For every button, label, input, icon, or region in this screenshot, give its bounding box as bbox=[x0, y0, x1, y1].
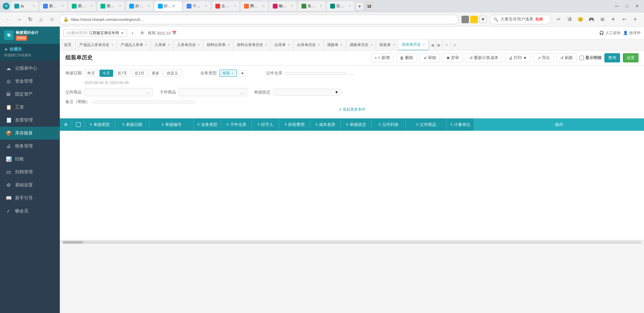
browser-tab-2[interactable]: 新… × bbox=[40, 1, 67, 11]
abandon-button[interactable]: ✖ 弃审 bbox=[443, 53, 463, 62]
sidebar-item-settle[interactable]: 📊 结账 bbox=[0, 153, 60, 166]
tab-mat-out-history[interactable]: 材料出库单历史 × bbox=[233, 40, 271, 51]
sidebar-item-invoice[interactable]: 🧾 发票管理 bbox=[0, 114, 60, 127]
tab-mat-out[interactable]: 材料出库单 × bbox=[203, 40, 233, 51]
scroll-track[interactable] bbox=[63, 241, 641, 244]
sidebar-item-salary[interactable]: 📋 工资 bbox=[0, 101, 60, 114]
tab-close-mat-out[interactable]: × bbox=[228, 43, 230, 47]
tab-close-12[interactable]: × bbox=[349, 4, 351, 8]
customer-service-button[interactable]: 🎧 人工咨询 bbox=[599, 30, 620, 35]
new-tab-button[interactable]: + bbox=[355, 2, 364, 10]
tab-close-mat-out-history[interactable]: × bbox=[265, 43, 267, 47]
tab-close-3[interactable]: × bbox=[90, 4, 92, 8]
child-item-dots[interactable]: ... bbox=[240, 89, 244, 95]
search-bar[interactable]: 🔍 大量安卓用户逃离 热搜 bbox=[489, 15, 551, 24]
display-detail-checkbox[interactable] bbox=[579, 56, 584, 60]
tab-scroll-right[interactable]: ▶ bbox=[435, 40, 442, 51]
sidebar-item-fixed-asset[interactable]: 🏛 固定资产 bbox=[0, 88, 60, 101]
forward-button[interactable]: → bbox=[15, 15, 23, 24]
browser-tab-9[interactable]: 腾… × bbox=[241, 1, 268, 11]
browser-tab-6[interactable]: 个… × bbox=[183, 1, 211, 11]
minimize-button[interactable]: ─ bbox=[613, 2, 621, 10]
last1month-btn[interactable]: 近1月 bbox=[132, 70, 147, 77]
warehouse-input[interactable] bbox=[285, 72, 347, 75]
tab-close-prod-in-history[interactable]: × bbox=[111, 43, 113, 47]
review-button[interactable]: ✔ 审核 bbox=[420, 53, 440, 62]
undo-icon[interactable]: ↩ bbox=[619, 15, 629, 24]
apps-icon[interactable]: ⊞ bbox=[598, 15, 607, 24]
table-col-handler[interactable]: ⇅ 经手人 bbox=[252, 118, 279, 131]
table-col-unit[interactable]: ⇅ 计量单位 bbox=[447, 118, 474, 131]
tab-close-out-history[interactable]: × bbox=[318, 43, 320, 47]
tab-close-2[interactable]: × bbox=[62, 4, 64, 8]
table-col-parent-item[interactable]: ⇅ 父件商品 bbox=[406, 118, 447, 131]
ext-icon-flash[interactable]: ⚡ bbox=[470, 16, 478, 23]
browser-tab-5[interactable]: 好… × bbox=[126, 1, 153, 11]
tab-prod-in-history[interactable]: 产成品入库单历史 × bbox=[76, 40, 117, 51]
url-bar[interactable]: 🔒 https://cloud.chanjet.com/accounting/u… bbox=[59, 15, 459, 24]
browser-tab-11[interactable]: 各… × bbox=[298, 1, 325, 11]
tab-menu-more[interactable]: ≡ bbox=[451, 40, 459, 51]
settings-page-button[interactable]: 设置 bbox=[623, 53, 639, 62]
query-button[interactable]: 查询 bbox=[604, 53, 620, 62]
sidebar-item-member[interactable]: ✓ 畅会员 bbox=[0, 204, 60, 217]
browser-tab-4[interactable]: 易… × bbox=[97, 1, 124, 11]
tab-close-4[interactable]: × bbox=[119, 4, 121, 8]
tab-close-7[interactable]: × bbox=[234, 4, 236, 8]
table-col-bill-no[interactable]: ⇅ 单据编号 bbox=[149, 118, 194, 131]
refresh-page-button[interactable]: ↺ 刷新 bbox=[556, 53, 577, 62]
scissors-icon[interactable]: ✂ bbox=[554, 15, 563, 24]
tab-close-11[interactable]: × bbox=[320, 4, 322, 8]
brightness-icon[interactable]: ☀ bbox=[608, 15, 618, 24]
tab-count-badge[interactable]: 12 bbox=[365, 2, 373, 10]
sidebar-item-tax[interactable]: 🖨 税务管理 bbox=[0, 140, 60, 153]
tab-assemble[interactable]: 调拨单 × bbox=[324, 40, 346, 51]
tab-close-in-history[interactable]: × bbox=[198, 43, 200, 47]
table-col-bill-type[interactable]: ⇅ 单据类型 bbox=[84, 118, 115, 131]
translate-icon[interactable]: 译 bbox=[565, 15, 574, 24]
scroll-thumb[interactable] bbox=[63, 241, 83, 244]
calendar-icon[interactable]: 📅 bbox=[172, 31, 177, 35]
bookmark-button[interactable]: ☆ bbox=[48, 15, 56, 24]
recalc-button[interactable]: ↺ 重新计算成本 bbox=[466, 53, 502, 62]
table-col-disassemble-fee[interactable]: ⇅ 拆装费用 bbox=[279, 118, 310, 131]
tab-close-assemble-history[interactable]: × bbox=[371, 43, 373, 47]
child-item-input[interactable]: ... bbox=[179, 88, 247, 96]
browser-tab-7[interactable]: 企… × bbox=[212, 1, 239, 11]
parent-item-dots[interactable]: ... bbox=[146, 89, 150, 95]
warehouse-dots-button[interactable]: ... bbox=[350, 71, 354, 76]
table-col-cost-diff[interactable]: ⇅ 成本差异 bbox=[310, 118, 341, 131]
browser-tab-8[interactable]: 好… × bbox=[155, 1, 182, 11]
user-avatar[interactable]: 👤 徐泽华 bbox=[623, 30, 641, 35]
new-button[interactable]: + + 新增 bbox=[371, 53, 393, 62]
biz-type-remove[interactable]: × bbox=[231, 71, 233, 75]
tab-close-all[interactable]: × bbox=[442, 40, 451, 51]
tab-out[interactable]: 出库单 × bbox=[271, 40, 294, 51]
display-detail-toggle[interactable]: 显示明细 bbox=[579, 55, 602, 61]
tab-close-10[interactable]: × bbox=[291, 4, 293, 8]
export-button[interactable]: ↗ 导出 bbox=[534, 53, 554, 62]
home-button[interactable]: ⌂ bbox=[37, 15, 45, 24]
tab-close-6[interactable]: × bbox=[205, 4, 207, 8]
print-button[interactable]: 🖨 打印 ▼ bbox=[505, 53, 531, 62]
more-btn[interactable]: 更多 bbox=[149, 70, 162, 77]
table-col-child-warehouse[interactable]: ⇅ 子件仓库 bbox=[221, 118, 252, 131]
favorites-header[interactable]: ★ 收藏夹 bbox=[4, 46, 56, 52]
tab-scroll-left[interactable]: ◀ bbox=[429, 40, 435, 51]
sidebar-item-guide[interactable]: 📖 新手引导 bbox=[0, 191, 60, 204]
tab-close-out[interactable]: × bbox=[288, 43, 290, 47]
browser-tab-1[interactable]: Ai × bbox=[11, 1, 38, 11]
tab-prod-in[interactable]: 产成品入库单 × bbox=[117, 40, 151, 51]
tab-kit[interactable]: 组装单 × bbox=[376, 40, 399, 51]
table-col-bill-status[interactable]: ⇅ 单据状态 bbox=[341, 118, 372, 131]
status-dropdown[interactable]: ▼ bbox=[273, 89, 341, 96]
menu-icon[interactable]: ≡ bbox=[630, 15, 640, 24]
table-col-bill-date[interactable]: ⇅ 单据日期 bbox=[115, 118, 149, 131]
emoji-icon[interactable]: 😊 bbox=[576, 15, 585, 24]
sidebar-item-cloud-report[interactable]: ☁ 云报表中心 bbox=[0, 62, 60, 75]
sidebar-item-settings[interactable]: ⚙ 基础设置 bbox=[0, 179, 60, 191]
tab-close-9[interactable]: × bbox=[263, 4, 265, 8]
tab-close-in-single[interactable]: × bbox=[168, 43, 170, 47]
add-company-button[interactable]: + bbox=[129, 30, 136, 36]
back-button[interactable]: ← bbox=[4, 15, 12, 24]
